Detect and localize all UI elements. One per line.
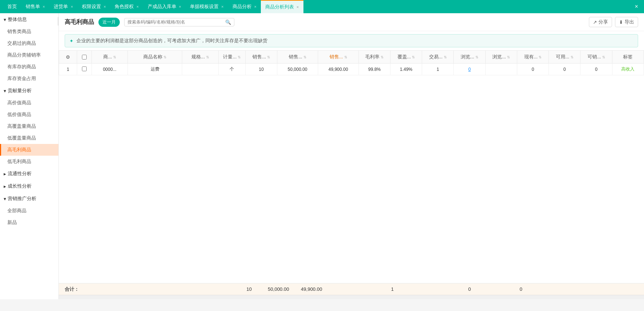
sidebar-item-stock-capital[interactable]: 库存资金占用: [0, 73, 58, 84]
sidebar-section-liquidity[interactable]: ▸ 流通性分析: [0, 167, 58, 180]
content-header: 高毛利商品 近一月 🔍 ↗ 分享 ⬇ 导出: [59, 13, 644, 31]
nav-product-in[interactable]: 产成品入库单 ×: [143, 0, 186, 13]
th-code[interactable]: 商... ⇅: [91, 51, 128, 64]
data-table: ⚙ 商... ⇅ 商品名称: [59, 50, 644, 75]
th-sales-qty[interactable]: 销售... ⇅: [245, 51, 277, 64]
chevron-down-icon-2: ▾: [4, 88, 6, 94]
nav-purchase[interactable]: 进货单 ×: [49, 0, 77, 13]
chevron-down-icon-3: ▾: [4, 196, 6, 202]
sort-icon-sales-amt: ⇅: [303, 55, 306, 59]
th-sales-amt[interactable]: 销售... ⇅: [277, 51, 318, 64]
th-salable[interactable]: 可销... ⇅: [580, 51, 612, 64]
sidebar-section-marketing[interactable]: ▾ 营销推广分析: [0, 192, 58, 205]
footer-cells: 10 50,000.00 49,900.00 1 0 0: [85, 286, 638, 292]
table-row: 1 0000... 运费 个 10 50,000.00 49,900.00 99…: [59, 64, 644, 75]
cell-stock1: 0: [517, 64, 548, 75]
sidebar-item-low-value[interactable]: 低价值商品: [0, 109, 58, 120]
cell-unit: 个: [218, 64, 245, 75]
sort-icon-browse2: ⇅: [507, 55, 510, 59]
sidebar-item-high-margin[interactable]: 高毛利商品: [0, 144, 58, 156]
th-coverage[interactable]: 覆盖... ⇅: [390, 51, 422, 64]
table-wrapper[interactable]: ⚙ 商... ⇅ 商品名称: [59, 50, 644, 283]
th-margin[interactable]: 毛利率 ⇅: [359, 51, 390, 64]
footer-trade: 1: [379, 286, 405, 292]
sidebar-item-sales-goods[interactable]: 销售类商品: [0, 26, 58, 37]
sidebar-item-new-goods[interactable]: 新品: [0, 217, 58, 228]
export-button[interactable]: ⬇ 导出: [615, 17, 638, 27]
nav-role[interactable]: 角色授权 ×: [110, 0, 143, 13]
cell-browse1[interactable]: 0: [454, 64, 485, 75]
info-banner: ✦ 企业的主要的利润都是这部分商品创造的，可考虑加大推广，同时关注库存是不要出现…: [65, 34, 638, 47]
sidebar-item-low-margin[interactable]: 低毛利商品: [0, 156, 58, 167]
nav-goods-analysis[interactable]: 商品分析 ×: [228, 0, 261, 13]
nav-sales-close[interactable]: ×: [43, 0, 45, 13]
nav-goods-analysis-close[interactable]: ×: [254, 0, 256, 13]
nav-template-close[interactable]: ×: [221, 0, 223, 13]
nav-goods-analysis-list[interactable]: 商品分析列表 ×: [261, 0, 303, 13]
cell-check[interactable]: [77, 64, 91, 75]
footer-bar: 合计： 10 50,000.00 49,900.00 1 0 0: [59, 283, 644, 295]
cell-stock2: 0: [549, 64, 580, 75]
sidebar-item-category-rate[interactable]: 商品分类辅销率: [0, 49, 58, 61]
cell-browse2: [485, 64, 517, 75]
sidebar-item-low-coverage[interactable]: 低覆盖量商品: [0, 132, 58, 144]
th-unit[interactable]: 计量... ⇅: [218, 51, 245, 64]
sort-icon-stock2: ⇅: [571, 55, 573, 59]
main-layout: « ▾ 整体信息 销售类商品 交易过的商品 商品分类辅销率 有库存的商品 库存资…: [0, 13, 644, 299]
footer-sales-amt: 50,000.00: [262, 286, 295, 292]
search-input[interactable]: [127, 19, 225, 25]
nav-goods-analysis-list-close[interactable]: ×: [296, 0, 299, 14]
th-spec[interactable]: 规格... ⇅: [182, 51, 219, 64]
sidebar-item-traded-goods[interactable]: 交易过的商品: [0, 37, 58, 49]
nav-purchase-close[interactable]: ×: [71, 0, 73, 13]
nav-sales[interactable]: 销售单 ×: [21, 0, 49, 13]
sidebar-item-all-goods[interactable]: 全部商品: [0, 205, 58, 217]
cell-spec: [182, 64, 219, 75]
content-area: 高毛利商品 近一月 🔍 ↗ 分享 ⬇ 导出 ✦ 企业的主要的利润都是这部分商品创…: [59, 13, 644, 299]
sort-icon-salable: ⇅: [602, 55, 605, 59]
nav-template[interactable]: 单据模板设置 ×: [186, 0, 228, 13]
th-browse2[interactable]: 浏览... ⇅: [485, 51, 517, 64]
footer-stock1: 0: [457, 286, 482, 292]
sort-icon-margin: ⇅: [381, 55, 384, 59]
filter-recent-month[interactable]: 近一月: [98, 18, 120, 27]
search-box: 🔍: [124, 18, 234, 26]
th-settings[interactable]: ⚙: [59, 51, 77, 64]
nav-permission-close[interactable]: ×: [104, 0, 106, 13]
sidebar: « ▾ 整体信息 销售类商品 交易过的商品 商品分类辅销率 有库存的商品 库存资…: [0, 13, 59, 299]
sidebar-section-contribution[interactable]: ▾ 贡献量分析: [0, 84, 58, 97]
th-tag[interactable]: 标签: [612, 51, 644, 64]
th-name[interactable]: 商品名称 ⇅: [128, 51, 182, 64]
select-all-checkbox[interactable]: [82, 55, 87, 59]
sort-icon-name: ⇅: [163, 55, 166, 59]
sidebar-item-high-value[interactable]: 高价值商品: [0, 97, 58, 109]
sidebar-item-high-coverage[interactable]: 高覆盖量商品: [0, 120, 58, 132]
sidebar-toggle[interactable]: «: [58, 17, 59, 26]
sort-icon-unit: ⇅: [238, 55, 241, 59]
share-button[interactable]: ↗ 分享: [589, 17, 612, 27]
sidebar-section-overview[interactable]: ▾ 整体信息: [0, 13, 58, 26]
row-checkbox[interactable]: [82, 66, 87, 71]
th-sales-profit[interactable]: 销售... ⇅: [318, 51, 359, 64]
cell-code: 0000...: [91, 64, 128, 75]
th-trade[interactable]: 交易... ⇅: [422, 51, 454, 64]
footer-salable: 0: [508, 286, 534, 292]
scrollbar-area[interactable]: [59, 295, 644, 299]
page-title: 高毛利商品: [65, 18, 94, 26]
nav-permission[interactable]: 权限设置 ×: [78, 0, 110, 13]
nav-home[interactable]: 首页: [3, 0, 21, 13]
search-icon[interactable]: 🔍: [225, 19, 231, 25]
sidebar-section-growth[interactable]: ▸ 成长性分析: [0, 180, 58, 192]
top-nav: 首页 销售单 × 进货单 × 权限设置 × 角色授权 × 产成品入库单 × 单据…: [0, 0, 644, 13]
nav-product-in-close[interactable]: ×: [179, 0, 181, 13]
th-browse1[interactable]: 浏览... ⇅: [454, 51, 485, 64]
th-stock1[interactable]: 现有... ⇅: [517, 51, 548, 64]
window-close-btn[interactable]: ×: [632, 0, 641, 13]
nav-role-close[interactable]: ×: [136, 0, 138, 13]
sidebar-item-in-stock[interactable]: 有库存的商品: [0, 61, 58, 73]
th-check[interactable]: [77, 51, 91, 64]
share-icon: ↗: [593, 19, 597, 25]
sort-icon-coverage: ⇅: [412, 55, 415, 59]
th-stock2[interactable]: 可用... ⇅: [549, 51, 580, 64]
footer-label: 合计：: [65, 286, 79, 293]
